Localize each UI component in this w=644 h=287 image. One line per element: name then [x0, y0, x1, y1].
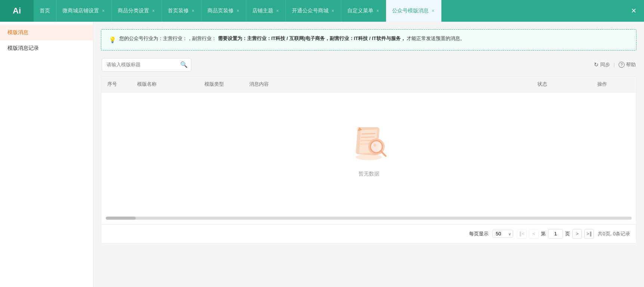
next-page-button[interactable]: >: [572, 229, 582, 239]
nav-tab-close-template-msg[interactable]: ×: [431, 7, 435, 14]
svg-line-2: [361, 137, 374, 137]
nav-tab-close-wechat-shop[interactable]: ×: [101, 7, 105, 14]
nav-tab-close-shop-theme[interactable]: ×: [275, 7, 280, 14]
page-size-select-wrap: 50 10 20 100: [492, 230, 513, 238]
toolbar-right: ↻ 同步 | ? 帮助: [594, 61, 636, 68]
search-input[interactable]: [102, 58, 191, 71]
svg-point-9: [373, 144, 376, 147]
table-container: 序号模版名称模版类型消息内容状态操作: [101, 76, 637, 244]
content-area: 💡 您的公众号行业为：主营行业：，副营行业： 需要设置为：主营行业：IT科技 /…: [93, 22, 644, 287]
first-page-button[interactable]: ‖<: [517, 229, 527, 239]
nav-tab-label: 店铺主题: [252, 7, 273, 14]
nav-tab-home[interactable]: 首页: [34, 0, 56, 22]
nav-tab-wechat-shop[interactable]: 微商城店铺设置×: [56, 0, 112, 22]
empty-text: 暂无数据: [358, 171, 379, 177]
close-all-button[interactable]: ✕: [623, 7, 644, 15]
logo: Ai: [0, 0, 34, 22]
page-di-label: 第: [541, 230, 546, 237]
nav-tab-template-msg[interactable]: 公众号模版消息×: [386, 0, 441, 22]
top-nav: Ai 首页微商城店铺设置×商品分类设置×首页装修×商品页装修×店铺主题×开通公众…: [0, 0, 644, 22]
nav-tab-shop-theme[interactable]: 店铺主题×: [246, 0, 286, 22]
nav-tab-custom-menu[interactable]: 自定义菜单×: [341, 0, 386, 22]
notice-icon: 💡: [109, 35, 116, 45]
page-size-select[interactable]: 50 10 20 100: [492, 230, 513, 238]
nav-tab-label: 商品分类设置: [118, 7, 149, 14]
table-body: 暂无数据: [101, 92, 636, 212]
table-header-action: 操作: [591, 76, 636, 92]
empty-illustration: [346, 120, 391, 165]
page-input[interactable]: [548, 229, 563, 239]
search-button[interactable]: 🔍: [180, 61, 188, 68]
nav-tab-label: 自定义菜单: [347, 7, 373, 14]
empty-state: 暂无数据: [346, 105, 391, 200]
notice-highlight: 需要设置为：主营行业：IT科技 / 互联网|电子商务，副营行业：IT科技 / I…: [218, 36, 406, 41]
nav-tab-label: 开通公众号商城: [292, 7, 329, 14]
nav-tab-label: 商品页装修: [207, 7, 234, 14]
nav-tab-label: 首页: [40, 7, 50, 14]
page-size-label: 每页显示: [469, 230, 489, 237]
help-button[interactable]: ? 帮助: [619, 61, 636, 68]
divider: |: [614, 62, 615, 67]
nav-tab-product-category[interactable]: 商品分类设置×: [112, 0, 162, 22]
notice-text: 您的公众号行业为：主营行业：，副营行业： 需要设置为：主营行业：IT科技 / 互…: [119, 35, 629, 43]
help-icon: ?: [619, 62, 625, 68]
table-header: 序号模版名称模版类型消息内容状态操作: [101, 76, 636, 92]
table-header-name: 模版名称: [131, 76, 198, 92]
page-label: 页: [565, 230, 570, 237]
last-page-button[interactable]: >‖: [584, 229, 594, 239]
nav-tab-close-home-decor[interactable]: ×: [191, 7, 195, 14]
table-header-content: 消息内容: [243, 76, 531, 92]
nav-tab-open-mall[interactable]: 开通公众号商城×: [286, 0, 341, 22]
sidebar: 模版消息模版消息记录: [0, 22, 93, 287]
nav-tab-close-product-page[interactable]: ×: [236, 7, 240, 14]
sidebar-item-template-log[interactable]: 模版消息记录: [0, 40, 93, 56]
table-header-type: 模版类型: [198, 76, 243, 92]
pagination-controls: ‖< < 第 页 > >‖: [517, 229, 594, 239]
notice-banner: 💡 您的公众号行业为：主营行业：，副营行业： 需要设置为：主营行业：IT科技 /…: [101, 29, 637, 51]
total-info: 共0页, 0条记录: [598, 230, 630, 237]
table-header-status: 状态: [531, 76, 591, 92]
scroll-track[interactable]: [106, 217, 632, 220]
prev-page-button[interactable]: <: [529, 229, 539, 239]
nav-tab-label: 公众号模版消息: [392, 7, 429, 14]
pagination-bar: 每页显示 50 10 20 100 ‖< < 第 页 > >‖: [101, 224, 636, 243]
main-layout: 模版消息模版消息记录 💡 您的公众号行业为：主营行业：，副营行业： 需要设置为：…: [0, 22, 644, 287]
nav-tab-close-open-mall[interactable]: ×: [331, 7, 335, 14]
sync-icon: ↻: [594, 61, 599, 68]
sync-button[interactable]: ↻ 同步: [594, 61, 610, 68]
search-wrap: 🔍: [102, 58, 191, 71]
svg-line-8: [380, 151, 386, 156]
svg-point-0: [356, 154, 382, 160]
nav-tabs: 首页微商城店铺设置×商品分类设置×首页装修×商品页装修×店铺主题×开通公众号商城…: [34, 0, 623, 22]
nav-tab-home-decor[interactable]: 首页装修×: [162, 0, 201, 22]
nav-tab-label: 首页装修: [168, 7, 189, 14]
nav-tab-close-custom-menu[interactable]: ×: [376, 7, 380, 14]
nav-tab-product-page[interactable]: 商品页装修×: [201, 0, 246, 22]
table-header-index: 序号: [101, 76, 131, 92]
nav-tab-close-product-category[interactable]: ×: [151, 7, 155, 14]
sidebar-item-template-msg[interactable]: 模版消息: [0, 25, 93, 40]
svg-line-1: [362, 134, 375, 134]
nav-tab-label: 微商城店铺设置: [62, 7, 99, 14]
